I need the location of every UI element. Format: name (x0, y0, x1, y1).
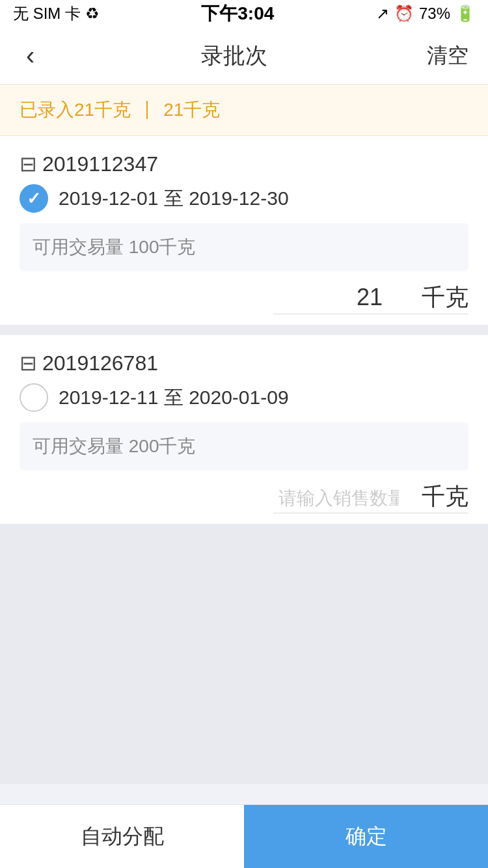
battery-level: 73% (419, 5, 450, 23)
batch2-card: ⊟ 2019126781 2019-12-11 至 2020-01-09 可用交… (0, 335, 488, 470)
location-icon: ↗ (376, 5, 389, 23)
status-bar: 无 SIM 卡 ♻ 下午3:04 ↗ ⏰ 73% 🔋 (0, 0, 488, 27)
clear-button[interactable]: 清空 (427, 42, 468, 70)
status-left: 无 SIM 卡 ♻ (13, 3, 100, 24)
batch1-date: 2019-12-01 至 2019-12-30 (59, 185, 289, 212)
batch2-id: 2019126781 (42, 351, 158, 375)
alarm-icon: ⏰ (394, 5, 414, 23)
batch2-quantity-wrapper: 千克 (0, 470, 488, 524)
batch2-radio[interactable] (20, 383, 48, 412)
batch2-quantity-display: 千克 (20, 481, 468, 513)
batch2-header: ⊟ 2019126781 (20, 351, 468, 375)
batch1-card: ⊟ 2019112347 2019-12-01 至 2019-12-30 可用交… (0, 136, 488, 271)
batch1-header: ⊟ 2019112347 (20, 152, 468, 176)
summary-divider (146, 101, 148, 119)
batch2-date: 2019-12-11 至 2020-01-09 (59, 385, 289, 411)
batch1-volume-text: 可用交易量 100千克 (33, 237, 196, 257)
status-time: 下午3:04 (201, 1, 274, 26)
page-title: 录批次 (201, 41, 267, 71)
batch1-quantity-display: 21 千克 (20, 282, 468, 314)
auto-distribute-button[interactable]: 自动分配 (0, 805, 244, 868)
batch1-quantity-wrapper: 21 千克 (0, 271, 488, 325)
batch1-radio[interactable] (20, 184, 48, 213)
status-right: ↗ ⏰ 73% 🔋 (376, 5, 475, 23)
summary-banner: 已录入21千克 21千克 (0, 85, 488, 136)
batch2-quantity-input[interactable] (278, 483, 409, 510)
batch2-volume-row: 可用交易量 200千克 (20, 422, 468, 470)
bottom-buttons: 自动分配 确定 (0, 804, 488, 868)
batch2-divider (273, 513, 468, 513)
batch2-id-icon: ⊟ (20, 351, 37, 375)
summary-entered-label: 已录入21千克 (20, 98, 131, 122)
confirm-button[interactable]: 确定 (244, 805, 488, 868)
batch1-divider (273, 314, 468, 314)
batch1-volume-row: 可用交易量 100千克 (20, 223, 468, 271)
nav-bar: ‹ 录批次 清空 (0, 27, 488, 85)
back-button[interactable]: ‹ (20, 34, 41, 77)
batch2-volume-text: 可用交易量 200千克 (33, 436, 196, 456)
sim-status: 无 SIM 卡 ♻ (13, 3, 100, 24)
summary-value: 21千克 (163, 98, 220, 122)
batch2-unit: 千克 (422, 481, 468, 513)
batch1-date-row: 2019-12-01 至 2019-12-30 (20, 184, 468, 213)
bottom-empty-area (0, 524, 488, 784)
batch1-unit: 千克 (422, 282, 468, 314)
section-divider-1 (0, 325, 488, 335)
batch2-date-row: 2019-12-11 至 2020-01-09 (20, 383, 468, 412)
batch1-id: 2019112347 (42, 152, 158, 176)
batch1-id-icon: ⊟ (20, 152, 37, 176)
battery-icon: 🔋 (455, 5, 475, 23)
batch1-quantity-value: 21 (357, 284, 383, 311)
